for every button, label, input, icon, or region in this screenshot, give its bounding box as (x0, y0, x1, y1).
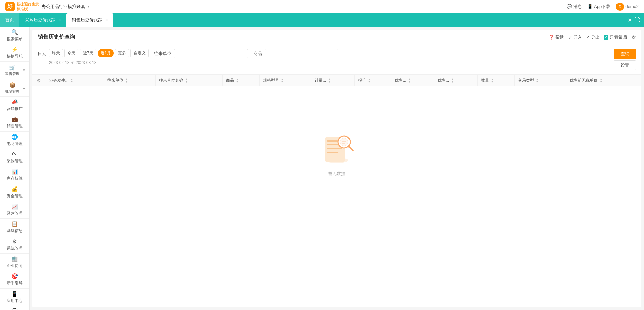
marketing-icon: 📣 (11, 99, 18, 105)
quick-nav-icon: ⚡ (11, 46, 18, 53)
export-button[interactable]: ↗ 导出 (586, 34, 600, 40)
close-sales-history-tab-icon[interactable]: ✕ (105, 18, 108, 22)
sidebar-item-wholesale-mgmt[interactable]: 📦 批发管理 ▲ (0, 79, 29, 97)
sort-arrows-quoted-price: ▲▼ (368, 78, 371, 83)
chevron-down-icon: ▼ (87, 5, 90, 8)
import-button[interactable]: ↙ 导入 (568, 34, 582, 40)
message-icon: 💬 (567, 4, 572, 9)
basic-info-icon: 📋 (11, 221, 18, 227)
col-quantity[interactable]: 数量 ▲▼ (477, 75, 514, 86)
date-btn-last1m[interactable]: 近1月 (98, 49, 114, 57)
export-icon: ↗ (586, 35, 590, 40)
sidebar-item-retail-mgmt[interactable]: 🛒 零售管理 ▼ (0, 62, 29, 79)
finance-icon: 💰 (11, 186, 18, 192)
only-last-checkbox-area[interactable]: ✓ 只看最后一次 (604, 34, 636, 40)
tab-sales-history[interactable]: 销售历史价跟踪 ✕ (66, 13, 113, 27)
col-partner-code[interactable]: 往来单位 ▲▼ (104, 75, 156, 86)
sidebar-item-finance[interactable]: 💰 资金管理 (0, 184, 29, 201)
sidebar-item-basic-info[interactable]: 📋 基础信息 (0, 219, 29, 236)
col-pretax-price[interactable]: 优惠前无税单价 ▲▼ (566, 75, 641, 86)
sidebar-item-app-center[interactable]: 📱 应用中心 (0, 289, 29, 306)
col-biz-date[interactable]: 业务发生... ▲▼ (46, 75, 104, 86)
sidebar-item-system-mgmt[interactable]: ⚙ 系统管理 (0, 236, 29, 254)
wholesale-icon: 📦 (9, 82, 16, 88)
date-btn-more[interactable]: 更多 (115, 49, 129, 57)
sidebar-item-enterprise[interactable]: 🏢 企业协同 (0, 254, 29, 271)
app-download-button[interactable]: 📱 App下载 (587, 4, 610, 10)
sidebar-item-corp-wechat[interactable]: 💬 企业微信 (0, 306, 29, 310)
product-input[interactable]: ... (265, 49, 338, 58)
col-spec[interactable]: 规格型号 ▲▼ (259, 75, 311, 86)
sidebar-item-ecommerce[interactable]: 🌐 电商管理 (0, 132, 29, 149)
product-filter-group: 商品 ... (253, 49, 338, 58)
date-btn-today[interactable]: 今天 (64, 49, 78, 57)
system-icon: ⚙ (12, 238, 17, 245)
gear-icon: ⚙ (37, 78, 41, 83)
sidebar-item-purchase-mgmt[interactable]: 🛍 采购管理 (0, 149, 29, 166)
sort-arrows-partner-name: ▲▼ (185, 78, 188, 83)
sort-arrows-discount1: ▲▼ (408, 78, 411, 83)
inventory-icon: 📊 (11, 168, 18, 175)
sidebar: 🔍 搜索菜单 ⚡ 快捷导航 🛒 零售管理 ▼ 📦 批发管理 ▲ 📣 营销推广 (0, 27, 30, 310)
svg-line-8 (348, 146, 353, 151)
sidebar-item-marketing[interactable]: 📣 营销推广 (0, 97, 29, 114)
retail-icon: 🛒 (9, 64, 16, 71)
date-btn-yesterday[interactable]: 昨天 (49, 49, 63, 57)
app-selector[interactable]: 办公用品行业模拟账套 ▼ (42, 4, 90, 10)
col-discount2[interactable]: 优惠... ▲▼ (434, 75, 478, 86)
tab-home[interactable]: 首页 (0, 13, 19, 27)
top-bar-left: 好 畅捷通好生意 标准版 办公用品行业模拟账套 ▼ (5, 2, 90, 11)
maximize-button[interactable]: ⛶ (635, 17, 640, 23)
logo-area: 好 畅捷通好生意 标准版 (5, 2, 39, 11)
customer-input[interactable]: ... (174, 49, 248, 58)
import-icon: ↙ (568, 35, 572, 40)
empty-illustration (317, 130, 357, 168)
search-icon: 🔍 (11, 29, 18, 35)
purchase-icon: 🛍 (12, 151, 17, 157)
sidebar-item-quick-nav[interactable]: ⚡ 快捷导航 (0, 44, 29, 62)
date-btn-last7[interactable]: 近7天 (80, 49, 96, 57)
sort-arrows-spec: ▲▼ (281, 78, 284, 83)
settings-button[interactable]: 设置 (614, 60, 636, 70)
svg-rect-4 (327, 148, 342, 149)
corp-wechat-icon: 💬 (11, 308, 18, 310)
help-button[interactable]: ❓ 帮助 (549, 34, 564, 40)
col-quoted-price[interactable]: 报价 ▲▼ (354, 75, 391, 86)
tab-purchase-history[interactable]: 采购历史价跟踪 ✕ (19, 13, 66, 27)
sort-arrows-discount2: ▲▼ (451, 78, 454, 83)
col-settings[interactable]: ⚙ (32, 75, 46, 86)
sidebar-item-sales-mgmt[interactable]: 💼 销售管理 (0, 114, 29, 132)
filter-actions: 查询 设置 (614, 49, 636, 70)
close-tab-button[interactable]: ✕ (628, 17, 632, 23)
sort-arrows-partner-code: ▲▼ (125, 78, 128, 83)
checkbox-checked-icon: ✓ (604, 35, 608, 40)
svg-point-7 (340, 138, 348, 146)
sidebar-item-search-menu[interactable]: 🔍 搜索菜单 (0, 27, 29, 44)
sort-arrows-pretax-price: ▲▼ (600, 78, 602, 83)
sidebar-item-inventory[interactable]: 📊 库存核算 (0, 166, 29, 184)
page-header-actions: ❓ 帮助 ↙ 导入 ↗ 导出 ✓ 只看最后一次 (549, 34, 636, 40)
home-tab-label: 首页 (5, 17, 14, 23)
col-unit[interactable]: 计量... ▲▼ (311, 75, 355, 86)
table-container: ⚙ 业务发生... ▲▼ 往来单位 (32, 75, 641, 307)
col-trade-type[interactable]: 交易类型 ▲▼ (514, 75, 566, 86)
sidebar-item-newbie[interactable]: 🎯 新手引导 (0, 271, 29, 289)
col-partner-name[interactable]: 往来单位名称 ▲▼ (156, 75, 222, 86)
date-buttons: 昨天 今天 近7天 近1月 更多 自定义 (49, 49, 149, 57)
tab-bar-actions: ✕ ⛶ (628, 17, 644, 23)
col-discount1[interactable]: 优惠... ▲▼ (391, 75, 434, 86)
sales-history-tab-label: 销售历史价跟踪 (72, 17, 102, 23)
query-button[interactable]: 查询 (614, 49, 636, 59)
user-menu[interactable]: D demo2 (616, 3, 639, 11)
page-content: 销售历史价查询 ❓ 帮助 ↙ 导入 ↗ 导出 ✓ (32, 30, 641, 307)
sort-arrows-product: ▲▼ (236, 78, 239, 83)
download-icon: 📱 (587, 4, 593, 9)
date-range-display: 2023-02-18 至 2023-03-18 (49, 60, 149, 66)
col-product[interactable]: 商品 ▲▼ (222, 75, 259, 86)
logo-icon: 好 (5, 2, 15, 11)
message-button[interactable]: 💬 消息 (567, 4, 582, 10)
sidebar-item-operations[interactable]: 📈 经营管理 (0, 201, 29, 219)
date-btn-custom[interactable]: 自定义 (130, 49, 149, 57)
purchase-history-tab-label: 采购历史价跟踪 (25, 17, 55, 23)
close-purchase-history-tab-icon[interactable]: ✕ (58, 18, 61, 22)
